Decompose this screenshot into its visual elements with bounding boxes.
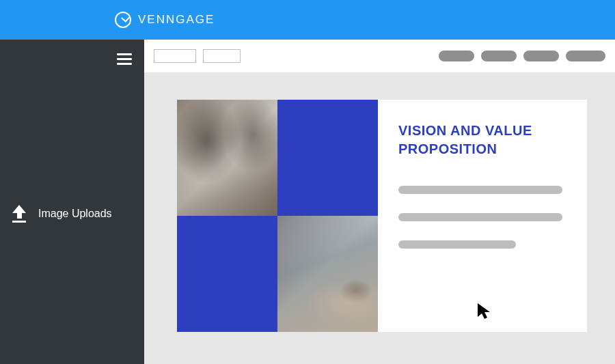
slide-title[interactable]: VISION AND VALUE PROPOSITION xyxy=(398,122,566,158)
toolbar-action-3[interactable] xyxy=(523,51,559,61)
canvas-area[interactable]: VISION AND VALUE PROPOSITION xyxy=(144,72,615,364)
slide-color-block-1[interactable] xyxy=(277,100,378,216)
toolbar-select-2[interactable] xyxy=(203,49,241,63)
toolbar-select-1[interactable] xyxy=(154,49,196,63)
slide-text-line[interactable] xyxy=(398,213,562,221)
slide-text-line[interactable] xyxy=(398,240,516,249)
toolbar-action-4[interactable] xyxy=(566,51,605,61)
sidebar-item-label: Image Uploads xyxy=(38,208,112,220)
brand-logo[interactable]: VENNGAGE xyxy=(115,12,215,28)
slide-image-grid xyxy=(177,100,378,332)
sidebar: Image Uploads xyxy=(0,40,144,364)
main-area: Image Uploads VISION AND VALUE PROP xyxy=(0,40,615,364)
toolbar xyxy=(144,40,615,72)
slide[interactable]: VISION AND VALUE PROPOSITION xyxy=(177,100,587,332)
toolbar-action-1[interactable] xyxy=(439,51,474,61)
clock-icon xyxy=(115,12,131,28)
menu-icon[interactable] xyxy=(117,51,132,68)
slide-color-block-2[interactable] xyxy=(177,216,277,332)
workspace: VISION AND VALUE PROPOSITION xyxy=(144,40,615,364)
slide-content: VISION AND VALUE PROPOSITION xyxy=(378,100,587,332)
slide-image-2[interactable] xyxy=(277,216,378,332)
toolbar-action-2[interactable] xyxy=(481,51,517,61)
slide-image-1[interactable] xyxy=(177,100,277,216)
upload-icon xyxy=(12,205,26,223)
slide-text-line[interactable] xyxy=(398,186,562,194)
top-bar: VENNGAGE xyxy=(0,0,615,40)
brand-name: VENNGAGE xyxy=(138,13,215,27)
sidebar-item-image-uploads[interactable]: Image Uploads xyxy=(12,205,112,223)
